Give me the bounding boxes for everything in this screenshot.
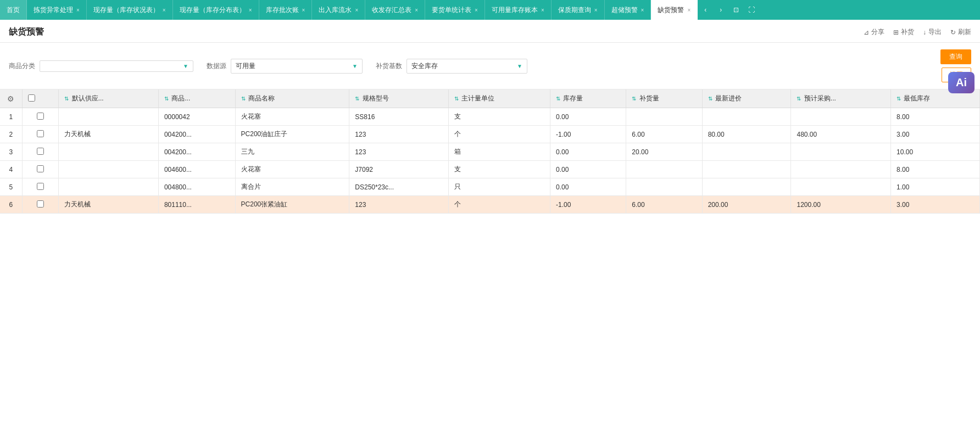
- tab-stock-status[interactable]: 现存量（库存状况表） ×: [87, 0, 173, 20]
- tab-picking[interactable]: 拣货异常处理 ×: [27, 0, 87, 20]
- tab-shortage[interactable]: 缺货预警 ×: [651, 0, 698, 20]
- tab-fullscreen-btn[interactable]: ⛶: [744, 0, 759, 20]
- col-stock[interactable]: ⇅ 库存量: [550, 89, 626, 108]
- col-unit[interactable]: ⇅ 主计量单位: [448, 89, 550, 108]
- cell-estimated-purchase: 480.00: [791, 126, 891, 143]
- row-checkbox[interactable]: [37, 183, 44, 190]
- col-default-supplier[interactable]: ⇅ 默认供应...: [59, 89, 159, 108]
- replenish-base-value: 安全库存: [411, 61, 444, 71]
- row-checkbox-cell: [22, 143, 59, 161]
- category-filter: 商品分类 ▼: [9, 60, 193, 72]
- tab-close-batch[interactable]: ×: [302, 7, 305, 13]
- table-row: 6 力天机械 801110... PC200张紧油缸 123 个 -1.00 6…: [0, 196, 980, 214]
- replenish-icon: ⊞: [893, 29, 899, 36]
- filter-bar: 商品分类 ▼ 数据源 可用量 ▼ 补货基数 安全库存 ▼ 查询 设置: [0, 43, 980, 89]
- row-num: 1: [0, 108, 22, 126]
- col-spec[interactable]: ⇅ 规格型号: [349, 89, 448, 108]
- cell-replenish-qty: 20.00: [626, 143, 702, 161]
- tab-close-picking[interactable]: ×: [76, 7, 80, 13]
- cell-product-name: 火花塞: [235, 161, 349, 178]
- cell-estimated-purchase: [791, 143, 891, 161]
- tab-bar: 首页 拣货异常处理 × 现存量（库存状况表） × 现存量（库存分布表） × 库存…: [0, 0, 980, 20]
- tab-close-stock-dist[interactable]: ×: [249, 7, 252, 13]
- tab-close-shortage[interactable]: ×: [687, 7, 691, 13]
- row-checkbox[interactable]: [37, 148, 44, 155]
- tab-requisition[interactable]: 要货单统计表 ×: [425, 0, 485, 20]
- cell-product-code: 0000042: [158, 108, 235, 126]
- cell-spec: 123: [349, 196, 448, 214]
- settings-gear-icon[interactable]: ⚙: [7, 94, 14, 103]
- cell-min-stock: 8.00: [891, 161, 980, 178]
- cell-latest-price: 200.00: [702, 196, 791, 214]
- cell-supplier: 力天机械: [59, 196, 159, 214]
- datasource-label: 数据源: [207, 61, 226, 71]
- row-num: 5: [0, 178, 22, 196]
- datasource-select[interactable]: 可用量 ▼: [231, 59, 363, 74]
- category-chevron-icon: ▼: [183, 63, 188, 69]
- replenish-base-label: 补货基数: [376, 61, 402, 71]
- tab-close-flow[interactable]: ×: [355, 7, 358, 13]
- datasource-filter: 数据源 可用量 ▼: [207, 59, 363, 74]
- tab-flow[interactable]: 出入库流水 ×: [312, 0, 365, 20]
- cell-supplier: [59, 161, 159, 178]
- category-select[interactable]: ▼: [40, 60, 193, 72]
- tab-overstock[interactable]: 超储预警 ×: [605, 0, 652, 20]
- col-product-name[interactable]: ⇅ 商品名称: [235, 89, 349, 108]
- sort-min-stock-icon: ⇅: [897, 96, 901, 102]
- tab-stock-dist[interactable]: 现存量（库存分布表） ×: [173, 0, 259, 20]
- row-checkbox[interactable]: [37, 200, 44, 208]
- row-checkbox[interactable]: [37, 130, 44, 137]
- replenish-button[interactable]: ⊞ 补货: [893, 27, 914, 37]
- table-row: 1 0000042 火花塞 SS816 支 0.00 8.00: [0, 108, 980, 126]
- cell-estimated-purchase: [791, 178, 891, 196]
- cell-unit: 只: [448, 178, 550, 196]
- tab-summary[interactable]: 收发存汇总表 ×: [365, 0, 425, 20]
- tab-close-overstock[interactable]: ×: [641, 7, 644, 13]
- cell-supplier: [59, 143, 159, 161]
- main-content: 缺货预警 ⊿ 分享 ⊞ 补货 ↓ 导出 ↻ 刷新 商品分类: [0, 20, 980, 437]
- row-checkbox[interactable]: [37, 165, 44, 172]
- cell-stock: 0.00: [550, 143, 626, 161]
- row-num: 3: [0, 143, 22, 161]
- replenish-base-select[interactable]: 安全库存 ▼: [407, 59, 527, 74]
- cell-spec: SS816: [349, 108, 448, 126]
- tab-next-btn[interactable]: ›: [713, 0, 728, 20]
- cell-replenish-qty: 6.00: [626, 126, 702, 143]
- table-row: 3 004200... 三九 123 箱 0.00 20.00 10.00: [0, 143, 980, 161]
- sort-estimated-icon: ⇅: [797, 96, 801, 102]
- tab-close-expiry[interactable]: ×: [594, 7, 598, 13]
- col-latest-price[interactable]: ⇅ 最新进价: [702, 89, 791, 108]
- tab-close-summary[interactable]: ×: [415, 7, 418, 13]
- export-button[interactable]: ↓ 导出: [923, 27, 942, 37]
- tab-expiry[interactable]: 保质期查询 ×: [552, 0, 605, 20]
- row-checkbox-cell: [22, 178, 59, 196]
- refresh-button[interactable]: ↻ 刷新: [950, 27, 971, 37]
- sort-unit-icon: ⇅: [454, 96, 459, 102]
- row-checkbox[interactable]: [37, 113, 44, 120]
- cell-product-name: PC200张紧油缸: [235, 196, 349, 214]
- tab-restore-btn[interactable]: ⊡: [728, 0, 744, 20]
- col-estimated-purchase[interactable]: ⇅ 预计采购...: [791, 89, 891, 108]
- col-replenish-qty[interactable]: ⇅ 补货量: [626, 89, 702, 108]
- tab-close-available[interactable]: ×: [541, 7, 544, 13]
- row-checkbox-cell: [22, 108, 59, 126]
- share-icon: ⊿: [864, 29, 869, 36]
- col-settings[interactable]: ⚙: [0, 89, 22, 108]
- query-button[interactable]: 查询: [940, 49, 971, 64]
- tab-close-requisition[interactable]: ×: [475, 7, 478, 13]
- col-product-code[interactable]: ⇅ 商品...: [158, 89, 235, 108]
- cell-stock: -1.00: [550, 126, 626, 143]
- share-button[interactable]: ⊿ 分享: [864, 27, 884, 37]
- select-all-checkbox[interactable]: [28, 94, 35, 102]
- table-header-row: ⚙ ⇅ 默认供应... ⇅ 商品... ⇅: [0, 89, 980, 108]
- tab-available[interactable]: 可用量库存账本 ×: [485, 0, 552, 20]
- cell-latest-price: [702, 161, 791, 178]
- cell-latest-price: [702, 143, 791, 161]
- table-row: 2 力天机械 004200... PC200油缸庄子 123 个 -1.00 6…: [0, 126, 980, 143]
- ai-badge[interactable]: Ai: [948, 72, 975, 93]
- tab-close-stock-status[interactable]: ×: [163, 7, 166, 13]
- tab-prev-btn[interactable]: ‹: [698, 0, 713, 20]
- sort-name-icon: ⇅: [241, 96, 246, 102]
- tab-batch[interactable]: 库存批次账 ×: [259, 0, 313, 20]
- tab-home[interactable]: 首页: [0, 0, 27, 20]
